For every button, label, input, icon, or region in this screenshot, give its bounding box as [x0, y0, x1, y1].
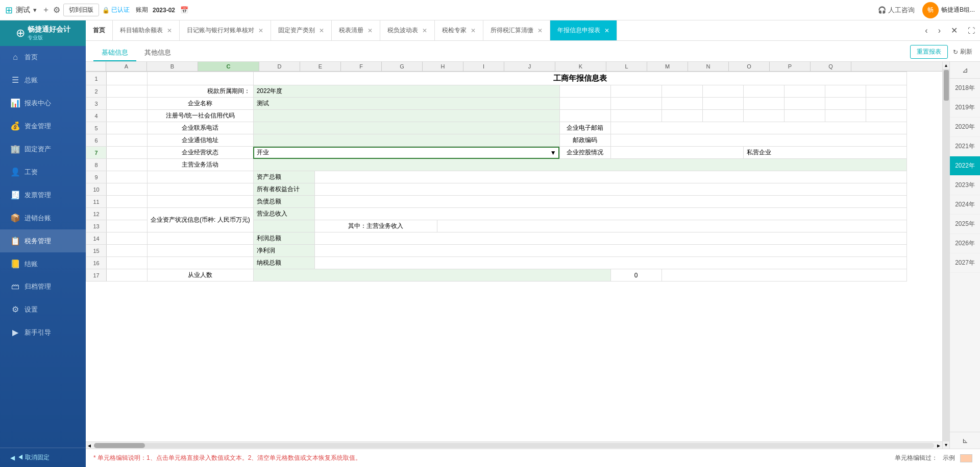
cell-15-d[interactable] — [314, 245, 906, 257]
year-btn-2026[interactable]: 2026年 — [950, 234, 980, 253]
tab-tax-wave-close[interactable]: ✕ — [422, 27, 427, 34]
tab-annual-report[interactable]: 年报信息申报表 ✕ — [550, 20, 617, 40]
cell-3-m[interactable] — [702, 98, 743, 110]
cell-5-k[interactable] — [610, 122, 906, 134]
cell-3-o[interactable] — [784, 98, 825, 110]
sidebar-item-archive[interactable]: 🗃 归档管理 — [0, 275, 86, 298]
cell-16-a[interactable] — [107, 257, 148, 269]
cell-14-a[interactable] — [107, 232, 148, 245]
sidebar-item-home[interactable]: ⌂ 首页 — [0, 46, 86, 68]
cell-6-k[interactable] — [610, 134, 906, 147]
cell-6-j[interactable]: 邮政编码 — [559, 134, 610, 147]
cell-2-l[interactable] — [662, 85, 702, 98]
cell-14-c[interactable]: 利润总额 — [253, 232, 314, 245]
tab-close-all-button[interactable]: ✕ — [946, 26, 963, 35]
cell-3-q[interactable] — [866, 98, 906, 110]
cell-3-a[interactable] — [107, 98, 148, 110]
cell-11-a[interactable] — [107, 196, 148, 208]
cell-12-a[interactable] — [107, 208, 148, 220]
cell-4-o[interactable] — [784, 110, 825, 122]
cell-4-l[interactable] — [662, 110, 702, 122]
cell-3-n[interactable] — [743, 98, 784, 110]
tab-income-tax-close[interactable]: ✕ — [537, 27, 543, 34]
cell-2-p[interactable] — [825, 85, 866, 98]
v-scroll-thumb[interactable] — [944, 70, 949, 101]
cell-3-k[interactable] — [610, 98, 662, 110]
cell-6-b[interactable]: 企业通信地址 — [148, 134, 254, 147]
spreadsheet-scroll[interactable]: 1 工商年报信息表 2 税款所属期间： — [86, 72, 942, 441]
tab-fixed[interactable]: 固定资产类别 ✕ — [271, 20, 332, 40]
cell-1-title[interactable]: 工商年报信息表 — [253, 72, 906, 85]
cell-1-b[interactable] — [148, 72, 254, 85]
sidebar-item-checkout[interactable]: 📒 结账 — [0, 252, 86, 275]
cell-2-q[interactable] — [866, 85, 906, 98]
cell-4-n[interactable] — [743, 110, 784, 122]
tab-annual-report-close[interactable]: ✕ — [604, 27, 609, 34]
consult-button[interactable]: 🎧 人工咨询 — [878, 6, 915, 15]
cell-5-j[interactable]: 企业电子邮箱 — [559, 122, 610, 134]
tab-journal-close[interactable]: ✕ — [258, 27, 263, 34]
sidebar-item-settings[interactable]: ⚙ 设置 — [0, 298, 86, 321]
cell-17-k[interactable]: 0 — [610, 269, 662, 282]
cell-4-c[interactable] — [253, 110, 559, 122]
cell-10-a[interactable] — [107, 183, 148, 196]
cell-12-d[interactable] — [314, 208, 906, 220]
cell-13-c[interactable] — [253, 220, 314, 232]
cell-1-a[interactable] — [107, 72, 148, 85]
cell-2-k[interactable] — [610, 85, 662, 98]
cell-16-c[interactable]: 纳税总额 — [253, 257, 314, 269]
cell-6-a[interactable] — [107, 134, 148, 147]
cell-17-l[interactable] — [662, 269, 906, 282]
cell-4-p[interactable] — [825, 110, 866, 122]
cell-6-c[interactable] — [253, 134, 559, 147]
cell-3-l[interactable] — [662, 98, 702, 110]
cell-15-b[interactable] — [148, 245, 254, 257]
scroll-track[interactable] — [94, 443, 934, 448]
cell-13-d[interactable]: 其中：主营业务收入 — [314, 220, 437, 232]
cell-8-b[interactable]: 主营业务活动 — [148, 159, 254, 171]
cell-7-j[interactable]: 企业控股情况 — [559, 147, 610, 159]
cell-2-n[interactable] — [743, 85, 784, 98]
cell-9-c[interactable]: 资产总额 — [253, 171, 314, 183]
cell-15-a[interactable] — [107, 245, 148, 257]
cell-11-d[interactable] — [314, 196, 906, 208]
tab-income-tax[interactable]: 所得税汇算清缴 ✕ — [483, 20, 550, 40]
year-btn-2021[interactable]: 2021年 — [950, 137, 980, 156]
scroll-thumb[interactable] — [94, 443, 145, 448]
reset-button[interactable]: 重置报表 — [910, 45, 948, 59]
cell-3-b[interactable]: 企业名称 — [148, 98, 254, 110]
cell-8-a[interactable] — [107, 159, 148, 171]
cell-15-c[interactable]: 净利润 — [253, 245, 314, 257]
sidebar-item-invoice[interactable]: 🧾 发票管理 — [0, 183, 86, 206]
cell-13-g[interactable] — [437, 220, 906, 232]
sidebar-item-guide[interactable]: ▶ 新手引导 — [0, 321, 86, 344]
workspace-dropdown-icon[interactable]: ▾ — [33, 6, 37, 14]
year-scroll-down-button[interactable]: ⊾ — [961, 435, 970, 446]
cell-5-c[interactable] — [253, 122, 559, 134]
cell-4-j[interactable] — [559, 110, 610, 122]
tab-journal[interactable]: 日记账与银行对账单核对 ✕ — [180, 20, 271, 40]
cell-9-b[interactable] — [148, 171, 254, 183]
scroll-up-button[interactable]: ▴ — [943, 62, 949, 69]
cell-5-b[interactable]: 企业联系电话 — [148, 122, 254, 134]
tab-tax-summary[interactable]: 税表清册 ✕ — [332, 20, 380, 40]
cell-3-c[interactable]: 测试 — [253, 98, 559, 110]
year-btn-2018[interactable]: 2018年 — [950, 79, 980, 98]
cell-2-j[interactable] — [559, 85, 610, 98]
cell-9-d[interactable] — [314, 171, 906, 183]
cell-16-d[interactable] — [314, 257, 906, 269]
cell-4-a[interactable] — [107, 110, 148, 122]
cell-2-o[interactable] — [784, 85, 825, 98]
sub-tab-basic[interactable]: 基础信息 — [93, 45, 136, 61]
cell-12-c[interactable]: 营业总收入 — [253, 208, 314, 220]
cell-5-a[interactable] — [107, 122, 148, 134]
cell-10-b[interactable] — [148, 183, 254, 196]
cell-11-c[interactable]: 负债总额 — [253, 196, 314, 208]
cell-3-j[interactable] — [559, 98, 610, 110]
year-btn-2023[interactable]: 2023年 — [950, 176, 980, 195]
tab-aux[interactable]: 科目辅助余额表 ✕ — [113, 20, 180, 40]
settings-icon[interactable]: ⚙ — [53, 5, 60, 15]
year-btn-2019[interactable]: 2019年 — [950, 98, 980, 118]
tab-aux-close[interactable]: ✕ — [167, 27, 172, 34]
cell-14-b[interactable] — [148, 232, 254, 245]
